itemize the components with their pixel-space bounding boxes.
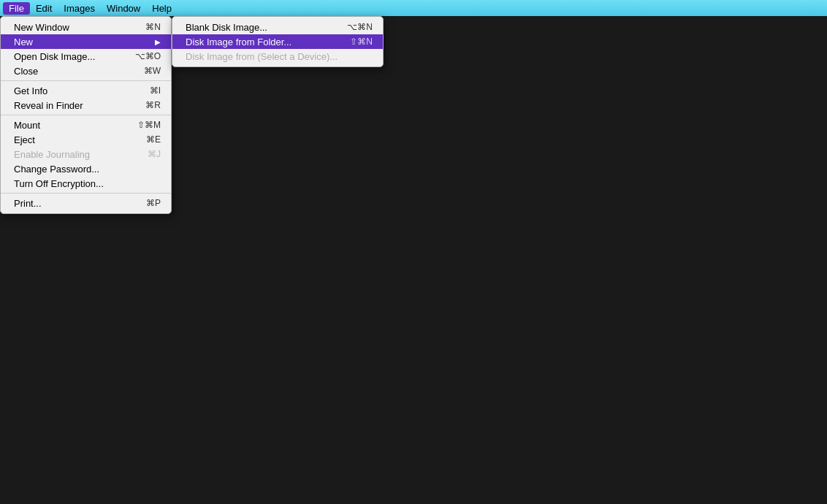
menu-item-mount[interactable]: Mount ⇧⌘M: [1, 118, 171, 132]
menu-item-change-password[interactable]: Change Password...: [1, 161, 171, 176]
submenu-item-blank-disk-image[interactable]: Blank Disk Image... ⌥⌘N: [172, 20, 383, 34]
submenu-item-disk-image-device: Disk Image from (Select a Device)...: [172, 49, 383, 64]
menu-item-close[interactable]: Close ⌘W: [1, 64, 171, 78]
separator-2: [1, 115, 171, 115]
menu-item-eject[interactable]: Eject ⌘E: [1, 132, 171, 147]
menu-item-get-info[interactable]: Get Info ⌘I: [1, 83, 171, 98]
menubar: File Edit Images Window Help: [0, 0, 827, 16]
menu-item-turn-off-encryption[interactable]: Turn Off Encryption...: [1, 176, 171, 191]
file-menu: New Window ⌘N New ▶ Open Disk Image... ⌥…: [0, 16, 172, 214]
separator-1: [1, 80, 171, 81]
menubar-edit[interactable]: Edit: [30, 2, 58, 15]
separator-3: [1, 193, 171, 194]
menu-item-reveal-finder[interactable]: Reveal in Finder ⌘R: [1, 98, 171, 112]
menubar-images[interactable]: Images: [58, 2, 101, 15]
menu-item-enable-journaling: Enable Journaling ⌘J: [1, 147, 171, 161]
menubar-help[interactable]: Help: [146, 2, 178, 15]
menu-item-new-window[interactable]: New Window ⌘N: [1, 20, 171, 34]
new-submenu: Blank Disk Image... ⌥⌘N Disk Image from …: [172, 16, 384, 67]
menu-item-new[interactable]: New ▶: [1, 34, 171, 49]
menu-item-open-disk-image[interactable]: Open Disk Image... ⌥⌘O: [1, 49, 171, 64]
menu-item-print[interactable]: Print... ⌘P: [1, 196, 171, 210]
menubar-window[interactable]: Window: [101, 2, 146, 15]
submenu-arrow: ▶: [155, 38, 161, 46]
submenu-item-disk-image-folder[interactable]: Disk Image from Folder... ⇧⌘N: [172, 34, 383, 49]
menubar-file[interactable]: File: [3, 2, 30, 15]
